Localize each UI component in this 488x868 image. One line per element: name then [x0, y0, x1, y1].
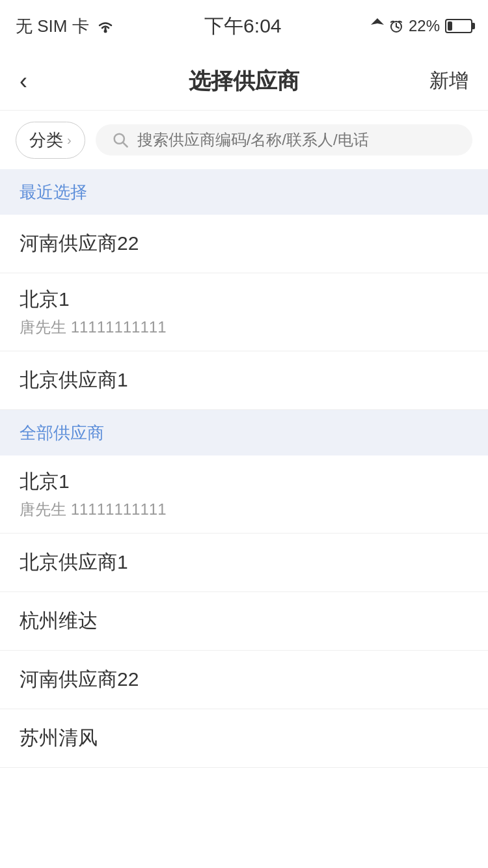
nav-bar: ‹ 选择供应商 新增	[0, 52, 488, 111]
battery-icon	[445, 19, 472, 33]
all-section-header: 全部供应商	[0, 410, 488, 455]
item-name: 河南供应商22	[20, 230, 468, 257]
battery-box	[445, 19, 472, 33]
list-item[interactable]: 河南供应商22	[0, 215, 488, 273]
status-left: 无 SIM 卡	[16, 15, 115, 38]
list-item[interactable]: 苏州清风	[0, 709, 488, 768]
back-button[interactable]: ‹	[20, 68, 59, 95]
item-name: 北京1	[20, 468, 468, 495]
item-sub: 唐先生 11111111111	[20, 499, 468, 520]
item-sub: 唐先生 11111111111	[20, 317, 468, 338]
status-right: 22%	[371, 17, 472, 35]
status-time: 下午6:04	[204, 13, 281, 40]
list-item[interactable]: 北京供应商1	[0, 534, 488, 592]
list-item[interactable]: 北京1唐先生 11111111111	[0, 455, 488, 534]
list-item[interactable]: 杭州维达	[0, 592, 488, 651]
search-icon	[111, 131, 129, 149]
category-button[interactable]: 分类 ›	[16, 122, 85, 159]
location-icon	[371, 18, 384, 34]
item-name: 北京供应商1	[20, 549, 468, 576]
recent-list: 河南供应商22北京1唐先生 11111111111北京供应商1	[0, 215, 488, 410]
list-item[interactable]: 北京1唐先生 11111111111	[0, 273, 488, 351]
wifi-icon	[96, 19, 115, 33]
search-input[interactable]	[137, 131, 457, 149]
svg-line-3	[396, 27, 399, 28]
svg-point-0	[103, 30, 107, 33]
recent-section-header: 最近选择	[0, 169, 488, 215]
list-item[interactable]: 河南供应商22	[0, 651, 488, 709]
filter-bar: 分类 ›	[0, 111, 488, 169]
item-name: 河南供应商22	[20, 666, 468, 693]
item-name: 北京1	[20, 286, 468, 313]
battery-fill	[448, 21, 452, 31]
search-box[interactable]	[96, 124, 472, 156]
category-arrow-icon: ›	[67, 133, 72, 148]
status-bar: 无 SIM 卡 下午6:04 22%	[0, 0, 488, 52]
item-name: 杭州维达	[20, 608, 468, 634]
item-name: 苏州清风	[20, 725, 468, 752]
svg-line-5	[123, 142, 127, 146]
battery-percent: 22%	[409, 17, 440, 35]
category-label: 分类	[29, 129, 63, 152]
add-button[interactable]: 新增	[429, 68, 468, 94]
carrier-text: 无 SIM 卡	[16, 15, 89, 38]
all-section-title: 全部供应商	[20, 422, 104, 444]
all-list: 北京1唐先生 11111111111北京供应商1杭州维达河南供应商22苏州清风	[0, 455, 488, 768]
item-name: 北京供应商1	[20, 367, 468, 394]
list-item[interactable]: 北京供应商1	[0, 351, 488, 410]
recent-section-title: 最近选择	[20, 181, 87, 204]
page-title: 选择供应商	[189, 66, 299, 96]
alarm-icon	[389, 19, 403, 33]
